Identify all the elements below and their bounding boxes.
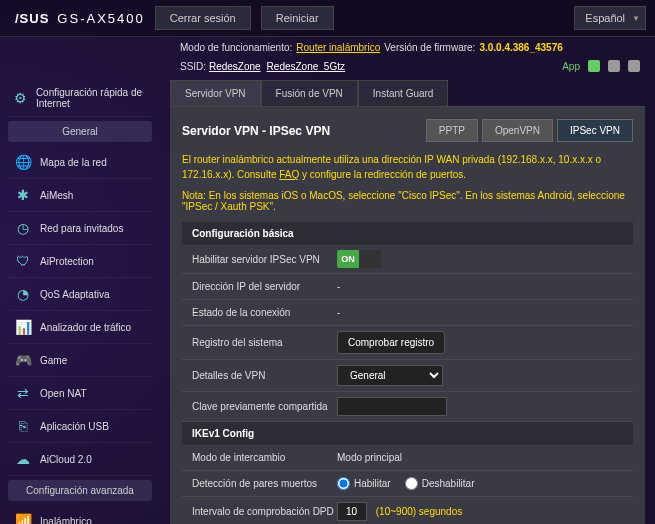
row-dpd: Detección de pares muertos Habilitar Des… — [182, 471, 633, 497]
sidebar-guest[interactable]: ◷Red para invitados — [8, 212, 152, 245]
sidebar-item-label: Mapa de la red — [40, 157, 107, 168]
sidebar-usb[interactable]: ⎘Aplicación USB — [8, 410, 152, 443]
tab-instant-guard[interactable]: Instant Guard — [358, 80, 449, 106]
conn-state-label: Estado de la conexión — [192, 307, 337, 318]
model-name: GS-AX5400 — [57, 11, 144, 26]
enable-toggle[interactable]: ON — [337, 250, 381, 268]
sidebar-aimesh[interactable]: ✱AiMesh — [8, 179, 152, 212]
sidebar-aicloud[interactable]: ☁AiCloud 2.0 — [8, 443, 152, 476]
vpn-type-ipsec[interactable]: IPSec VPN — [557, 119, 633, 142]
reboot-button[interactable]: Reiniciar — [261, 6, 334, 30]
section-basic: Configuración básica — [182, 222, 633, 245]
subheader-ssid: SSID: RedesZone RedesZone_5Gtz App — [0, 58, 655, 80]
status-icon-3 — [628, 60, 640, 72]
dpd-disable-option[interactable]: Deshabilitar — [405, 477, 475, 490]
row-server-ip: Dirección IP del servidor - — [182, 274, 633, 300]
sidebar-item-label: Aplicación USB — [40, 421, 109, 432]
dpd-label: Detección de pares muertos — [192, 478, 337, 489]
vpn-panel: Servidor VPN - IPSec VPN PPTP OpenVPN IP… — [170, 107, 645, 524]
mode-label: Modo de funcionamiento: — [180, 42, 292, 53]
row-exchange: Modo de intercambio Modo principal — [182, 445, 633, 471]
sidebar-item-label: AiMesh — [40, 190, 73, 201]
nat-icon: ⇄ — [14, 384, 32, 402]
tab-vpn-server[interactable]: Servidor VPN — [170, 80, 261, 106]
toggle-on-label: ON — [337, 250, 359, 268]
dpd-disable-radio[interactable] — [405, 477, 418, 490]
dpd-enable-option[interactable]: Habilitar — [337, 477, 391, 490]
game-icon: 🎮 — [14, 351, 32, 369]
faq-link[interactable]: FAQ — [279, 169, 299, 180]
sidebar-item-label: Red para invitados — [40, 223, 123, 234]
status-icon-1 — [588, 60, 600, 72]
tabs: Servidor VPN Fusión de VPN Instant Guard — [170, 80, 645, 107]
sidebar-traffic[interactable]: 📊Analizador de tráfico — [8, 311, 152, 344]
sidebar-item-label: AiCloud 2.0 — [40, 454, 92, 465]
sidebar-item-label: Inalámbrico — [40, 516, 92, 525]
app-link[interactable]: App — [562, 61, 580, 72]
psk-input[interactable] — [337, 397, 447, 416]
dpd-enable-label: Habilitar — [354, 478, 391, 489]
tab-vpn-fusion[interactable]: Fusión de VPN — [261, 80, 358, 106]
status-icon-2 — [608, 60, 620, 72]
sidebar-item-label: Open NAT — [40, 388, 87, 399]
ssid-1[interactable]: RedesZone — [209, 61, 261, 72]
details-select[interactable]: General — [337, 365, 443, 386]
fw-link[interactable]: 3.0.0.4.386_43576 — [479, 42, 562, 53]
dpd-enable-radio[interactable] — [337, 477, 350, 490]
row-psk: Clave previamente compartida — [182, 392, 633, 422]
subheader: Modo de funcionamiento: Router inalámbri… — [0, 37, 655, 58]
vpn-type-pptp[interactable]: PPTP — [426, 119, 478, 142]
sidebar-wireless[interactable]: 📶Inalámbrico — [8, 505, 152, 524]
cloud-icon: ☁ — [14, 450, 32, 468]
sidebar-qos[interactable]: ◔QoS Adaptativa — [8, 278, 152, 311]
brand-logo: /SUS — [15, 11, 49, 26]
info-text-2: y configure la redirección de puertos. — [299, 169, 466, 180]
wifi-icon: 📶 — [14, 512, 32, 524]
chart-icon: 📊 — [14, 318, 32, 336]
panel-title: Servidor VPN - IPSec VPN — [182, 124, 330, 138]
exchange-value: Modo principal — [337, 452, 623, 463]
row-enable: Habilitar servidor IPSec VPN ON — [182, 245, 633, 274]
exchange-label: Modo de intercambio — [192, 452, 337, 463]
vpn-type-openvpn[interactable]: OpenVPN — [482, 119, 553, 142]
sidebar-item-label: AiProtection — [40, 256, 94, 267]
note-text: Nota: En los sistemas iOS o MacOS, selec… — [182, 190, 633, 212]
row-conn-state: Estado de la conexión - — [182, 300, 633, 326]
toggle-off — [359, 250, 381, 268]
sidebar-quick-setup[interactable]: ⚙ Configuración rápida de Internet — [8, 80, 152, 117]
sidebar-section-advanced: Configuración avanzada — [8, 480, 152, 501]
dpd-disable-label: Deshabilitar — [422, 478, 475, 489]
sidebar-item-label: QoS Adaptativa — [40, 289, 110, 300]
section-ikev1: IKEv1 Config — [182, 422, 633, 445]
details-label: Detalles de VPN — [192, 370, 337, 381]
row-dpd-interval: Intervalo de comprobación DPD (10~900) s… — [182, 497, 633, 524]
content: Servidor VPN Fusión de VPN Instant Guard… — [160, 80, 655, 524]
header: /SUS GS-AX5400 Cerrar sesión Reiniciar E… — [0, 0, 655, 37]
shield-icon: 🛡 — [14, 252, 32, 270]
sidebar-section-general: General — [8, 121, 152, 142]
logout-button[interactable]: Cerrar sesión — [155, 6, 251, 30]
info-text: El router inalámbrico actualmente utiliz… — [182, 152, 633, 182]
interval-label: Intervalo de comprobación DPD — [192, 506, 337, 517]
sidebar-aiprotection[interactable]: 🛡AiProtection — [8, 245, 152, 278]
row-syslog: Registro del sistema Comprobar registro — [182, 326, 633, 360]
chevron-down-icon: ▼ — [632, 14, 640, 23]
fw-label: Versión de firmware: — [384, 42, 475, 53]
server-ip-value: - — [337, 281, 623, 292]
interval-input[interactable] — [337, 502, 367, 521]
conn-state-value: - — [337, 307, 623, 318]
sidebar-item-label: Game — [40, 355, 67, 366]
usb-icon: ⎘ — [14, 417, 32, 435]
sidebar-network-map[interactable]: 🌐Mapa de la red — [8, 146, 152, 179]
mode-link[interactable]: Router inalámbrico — [296, 42, 380, 53]
mesh-icon: ✱ — [14, 186, 32, 204]
sidebar-opennat[interactable]: ⇄Open NAT — [8, 377, 152, 410]
syslog-label: Registro del sistema — [192, 337, 337, 348]
sidebar-game[interactable]: 🎮Game — [8, 344, 152, 377]
interval-hint: (10~900) segundos — [376, 506, 462, 517]
gauge-icon: ◔ — [14, 285, 32, 303]
ssid-2[interactable]: RedesZone_5Gtz — [267, 61, 345, 72]
enable-label: Habilitar servidor IPSec VPN — [192, 254, 337, 265]
check-log-button[interactable]: Comprobar registro — [337, 331, 445, 354]
globe-icon: 🌐 — [14, 153, 32, 171]
